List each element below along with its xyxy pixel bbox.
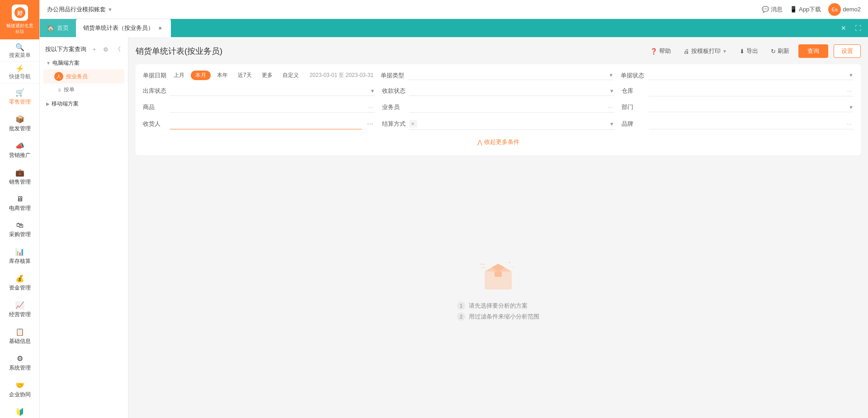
hint-1-num: 1 bbox=[457, 302, 465, 310]
basic-icon: 📋 bbox=[15, 328, 24, 336]
warehouse-dots-icon[interactable]: ··· bbox=[845, 87, 854, 94]
tab-close-btn[interactable]: ✕ bbox=[156, 24, 164, 32]
out-status-label: 出库状态 bbox=[143, 87, 166, 95]
svg-text:好: 好 bbox=[17, 10, 23, 16]
pc-scheme-label: 电脑端方案 bbox=[52, 59, 80, 67]
pc-scheme-toggle[interactable]: ▼ 电脑端方案 bbox=[43, 57, 124, 69]
sidebar-item-ecommerce[interactable]: 🖥 电商管理 bbox=[0, 190, 39, 217]
app-download-btn[interactable]: 📱 App下载 bbox=[790, 5, 821, 14]
out-status-chevron-icon: ▼ bbox=[370, 88, 375, 94]
sidebar-item-system[interactable]: ⚙ 系统管理 bbox=[0, 350, 39, 376]
collapse-panel-btn[interactable]: 《 bbox=[113, 44, 123, 54]
goods-select[interactable]: ··· bbox=[170, 102, 375, 113]
left-panel: 按以下方案查询 ＋ ⚙ 《 ▼ 电脑端方案 人 按业务员 bbox=[40, 37, 128, 418]
recipient-label: 收货人 bbox=[143, 120, 166, 128]
retail-icon: 🛒 bbox=[15, 88, 24, 97]
salesperson-filter-item: 业务员 ··· bbox=[382, 102, 614, 113]
payment-status-select[interactable]: ▼ bbox=[409, 86, 614, 96]
search-menu[interactable]: 🔍 搜索菜单 bbox=[0, 39, 39, 62]
quick-nav[interactable]: ⚡ 快捷导航 bbox=[0, 62, 39, 84]
date-last7[interactable]: 近7天 bbox=[234, 71, 255, 80]
svg-point-7 bbox=[512, 266, 514, 267]
message-btn[interactable]: 💬 消息 bbox=[762, 5, 783, 14]
date-last-month[interactable]: 上月 bbox=[170, 71, 188, 80]
goods-label: 商品 bbox=[143, 103, 166, 111]
out-status-select[interactable]: ▼ bbox=[170, 86, 375, 96]
export-btn[interactable]: ⬇ 导出 bbox=[736, 45, 762, 57]
add-scheme-btn[interactable]: ＋ bbox=[89, 44, 99, 54]
account-dropdown[interactable]: 办公用品行业模拟账套 ▼ bbox=[47, 5, 113, 14]
warehouse-select[interactable]: ··· bbox=[649, 86, 854, 96]
brand-select[interactable]: ··· bbox=[649, 119, 854, 129]
date-this-year[interactable]: 本年 bbox=[213, 71, 231, 80]
empty-hint-1: 1 请先选择要分析的方案 bbox=[457, 302, 539, 310]
tab-sales-stat[interactable]: 销货单统计表（按业务员） ✕ bbox=[76, 19, 171, 37]
tab-close-all-btn[interactable]: ✕ bbox=[837, 22, 850, 34]
sidebar-item-retail[interactable]: 🛒 零售管理 bbox=[0, 84, 39, 110]
system-icon: ⚙ bbox=[17, 354, 23, 363]
date-this-month[interactable]: 本月 bbox=[191, 71, 211, 80]
salesperson-select[interactable]: ··· bbox=[409, 102, 614, 113]
goods-dots-icon[interactable]: ··· bbox=[366, 104, 375, 110]
dept-filter-item: 部门 ▼ bbox=[622, 103, 854, 112]
help-btn[interactable]: ❓ 帮助 bbox=[646, 45, 675, 57]
doc-status-chevron-icon: ▼ bbox=[849, 72, 854, 78]
payment-status-label: 收款状态 bbox=[382, 87, 406, 95]
salesperson-dots-icon[interactable]: ··· bbox=[606, 104, 614, 110]
doc-status-select[interactable]: ▼ bbox=[648, 71, 854, 80]
settings-btn[interactable]: 设置 bbox=[834, 44, 861, 58]
date-label: 单据日期 bbox=[143, 71, 166, 80]
sidebar-item-basic[interactable]: 📋 基础信息 bbox=[0, 323, 39, 350]
date-more[interactable]: 更多 bbox=[258, 71, 276, 80]
query-btn[interactable]: 查询 bbox=[798, 44, 828, 58]
chevron-down-icon: ▼ bbox=[46, 61, 51, 66]
order-scheme-label: 按单 bbox=[64, 86, 75, 94]
settlement-select[interactable]: × ▼ bbox=[409, 118, 614, 130]
hint-1-text: 请先选择要分析的方案 bbox=[469, 302, 528, 310]
scheme-tree: ▼ 电脑端方案 人 按业务员 ≡ 按单 ▶ 移动端方案 bbox=[40, 57, 128, 110]
settlement-tag-close[interactable]: × bbox=[411, 120, 415, 127]
warehouse-label: 仓库 bbox=[622, 87, 645, 95]
scheme-salesperson[interactable]: 人 按业务员 bbox=[43, 69, 124, 84]
refresh-icon: ↻ bbox=[771, 48, 776, 55]
collapse-icon: ⋀ bbox=[477, 139, 482, 146]
scheme-order[interactable]: ≡ 按单 bbox=[43, 84, 124, 96]
collapse-conditions-btn[interactable]: ⋀ 收起更多条件 bbox=[143, 135, 854, 149]
main-area: 办公用品行业模拟账套 ▼ 💬 消息 📱 App下载 Ea demo2 🏠 bbox=[40, 0, 868, 418]
sidebar-item-wholesale[interactable]: 📦 批发管理 bbox=[0, 110, 39, 137]
sidebar-item-newuser[interactable]: 🔰 新手引导 bbox=[0, 403, 39, 418]
tab-maximize-btn[interactable]: ⛶ bbox=[852, 22, 864, 34]
sidebar-item-marketing[interactable]: 📣 营销推广 bbox=[0, 137, 39, 164]
payment-status-filter-item: 收款状态 ▼ bbox=[382, 86, 614, 96]
tab-home[interactable]: 🏠 首页 bbox=[40, 19, 76, 37]
sidebar-item-finance[interactable]: 💰 资金管理 bbox=[0, 270, 39, 296]
brand-filter-item: 品牌 ··· bbox=[622, 119, 854, 129]
left-panel-actions: ＋ ⚙ 《 bbox=[89, 44, 123, 54]
sidebar-item-sales[interactable]: 💼 销售管理 bbox=[0, 164, 39, 190]
finance-icon: 💰 bbox=[15, 274, 24, 283]
doc-type-select[interactable]: ▼ bbox=[408, 71, 613, 80]
recipient-input[interactable] bbox=[170, 119, 362, 129]
sidebar-item-purchase[interactable]: 🛍 采购管理 bbox=[0, 217, 39, 243]
tabbar: 🏠 首页 销货单统计表（按业务员） ✕ ✕ ⛶ bbox=[40, 19, 868, 37]
filter-row-3: 商品 ··· 业务员 ··· 部门 bbox=[143, 102, 854, 113]
user-menu[interactable]: Ea demo2 bbox=[828, 3, 861, 16]
settlement-filter-item: 结算方式 × ▼ bbox=[382, 118, 614, 130]
date-custom[interactable]: 自定义 bbox=[279, 71, 302, 80]
page-actions: ❓ 帮助 🖨 按模板打印 ▼ ⬇ 导出 ↻ 刷新 bbox=[646, 44, 861, 58]
sidebar-item-inventory[interactable]: 📊 库存核算 bbox=[0, 243, 39, 270]
print-icon: 🖨 bbox=[684, 48, 689, 55]
template-print-btn[interactable]: 🖨 按模板打印 ▼ bbox=[680, 45, 731, 57]
dept-chevron-icon: ▼ bbox=[849, 104, 854, 110]
mobile-scheme-toggle[interactable]: ▶ 移动端方案 bbox=[43, 98, 124, 110]
sidebar-item-operation[interactable]: 📈 经营管理 bbox=[0, 296, 39, 323]
purchase-icon: 🛍 bbox=[16, 221, 24, 229]
app-logo[interactable]: 好 畅捷通好生意 标版 bbox=[0, 0, 39, 39]
empty-state: 1 请先选择要分析的方案 2 用过滤条件来缩小分析范围 bbox=[136, 161, 861, 411]
refresh-btn[interactable]: ↻ 刷新 bbox=[767, 45, 793, 57]
sidebar-item-enterprise[interactable]: 🤝 企业协同 bbox=[0, 376, 39, 403]
brand-dots-icon[interactable]: ··· bbox=[845, 120, 854, 127]
recipient-dots-icon[interactable]: ··· bbox=[365, 120, 375, 128]
dept-select[interactable]: ▼ bbox=[649, 103, 854, 112]
settings-scheme-btn[interactable]: ⚙ bbox=[101, 44, 111, 54]
